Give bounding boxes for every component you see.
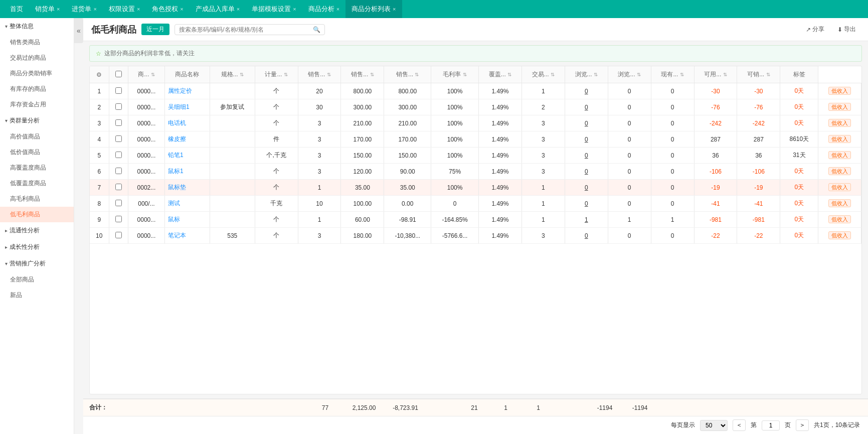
- page-input[interactable]: [762, 420, 780, 430]
- row-checkbox[interactable]: [109, 99, 128, 115]
- sidebar-item-all-products[interactable]: 全部商品: [0, 272, 74, 287]
- select-all-checkbox[interactable]: [115, 71, 122, 77]
- th-stock[interactable]: 现有... ⇅: [651, 66, 694, 83]
- nav-sales[interactable]: 销货单 ×: [29, 0, 66, 18]
- row-name[interactable]: 笔记本: [165, 228, 210, 244]
- row-trade[interactable]: 0: [565, 99, 608, 115]
- row-trade[interactable]: 0: [565, 131, 608, 148]
- row-select-checkbox[interactable]: [115, 103, 122, 110]
- th-unit[interactable]: 计量... ⇅: [255, 66, 298, 83]
- row-select-checkbox[interactable]: [115, 216, 122, 222]
- th-amount[interactable]: 销售... ⇅: [384, 66, 431, 83]
- sidebar-group-cluster[interactable]: ▾ 类群量分析: [0, 112, 74, 129]
- filter-button[interactable]: 近一月: [141, 24, 169, 35]
- row-select-checkbox[interactable]: [115, 135, 122, 142]
- sidebar-item-sales-products[interactable]: 销售类商品: [0, 35, 74, 50]
- row-checkbox[interactable]: [109, 164, 128, 180]
- nav-product-entry[interactable]: 产成品入库单 ×: [190, 0, 246, 18]
- row-trade[interactable]: 0: [565, 83, 608, 99]
- row-select-checkbox[interactable]: [115, 87, 122, 94]
- row-checkbox[interactable]: [109, 83, 128, 99]
- export-button[interactable]: ⬇ 导出: [833, 23, 860, 36]
- th-tag[interactable]: 标签: [780, 66, 818, 83]
- sidebar-item-capital[interactable]: 库存资金占用: [0, 97, 74, 112]
- row-select-checkbox[interactable]: [115, 168, 122, 174]
- prev-page-button[interactable]: ＜: [733, 419, 746, 431]
- sidebar-group-marketing[interactable]: ▾ 营销推广分析: [0, 255, 74, 272]
- th-price[interactable]: 销售... ⇅: [341, 66, 384, 83]
- row-trade[interactable]: 0: [565, 164, 608, 180]
- row-trade[interactable]: 0: [565, 196, 608, 212]
- nav-permissions[interactable]: 权限设置 ×: [103, 0, 146, 18]
- close-icon[interactable]: ×: [180, 6, 183, 12]
- th-trade[interactable]: 交易... ⇅: [522, 66, 565, 83]
- sidebar-item-new-products[interactable]: 新品: [0, 287, 74, 303]
- row-checkbox[interactable]: [109, 131, 128, 148]
- settings-icon[interactable]: ⚙: [96, 71, 102, 78]
- sidebar-item-high-value[interactable]: 高价值商品: [0, 129, 74, 144]
- th-code[interactable]: 商... ⇅: [128, 66, 164, 83]
- sidebar-item-high-gross[interactable]: 高毛利商品: [0, 191, 74, 207]
- row-trade[interactable]: 0: [565, 228, 608, 244]
- sidebar-collapse-btn[interactable]: «: [74, 18, 83, 43]
- sidebar-group-overall[interactable]: ▾ 整体信息: [0, 18, 74, 35]
- sidebar-item-traded-products[interactable]: 交易过的商品: [0, 50, 74, 66]
- row-select-checkbox[interactable]: [115, 200, 122, 206]
- row-checkbox[interactable]: [109, 148, 128, 164]
- row-checkbox[interactable]: [109, 212, 128, 228]
- th-coverage[interactable]: 覆盖... ⇅: [478, 66, 522, 83]
- close-icon[interactable]: ×: [57, 6, 60, 12]
- row-name[interactable]: 鼠标1: [165, 164, 210, 180]
- close-icon[interactable]: ×: [93, 6, 96, 12]
- close-icon[interactable]: ×: [336, 6, 339, 12]
- nav-product-analysis[interactable]: 商品分析 ×: [302, 0, 345, 18]
- row-select-checkbox[interactable]: [115, 232, 122, 238]
- th-settings[interactable]: ⚙: [90, 66, 109, 83]
- th-gross-rate[interactable]: 毛利率 ⇅: [431, 66, 479, 83]
- th-avail[interactable]: 可用... ⇅: [694, 66, 737, 83]
- nav-product-analysis-list[interactable]: 商品分析列表 ×: [345, 0, 402, 18]
- th-name[interactable]: 商品名称: [165, 66, 210, 83]
- share-button[interactable]: ↗ 分享: [802, 23, 828, 36]
- row-name[interactable]: 鼠标垫: [165, 180, 210, 196]
- nav-purchase[interactable]: 进货单 ×: [66, 0, 102, 18]
- th-view2[interactable]: 浏览... ⇅: [608, 66, 651, 83]
- next-page-button[interactable]: ＞: [796, 419, 809, 431]
- row-name[interactable]: 测试: [165, 196, 210, 212]
- nav-role-auth[interactable]: 角色授权 ×: [146, 0, 189, 18]
- row-name[interactable]: 橡皮擦: [165, 131, 210, 148]
- th-spec[interactable]: 规格... ⇅: [210, 66, 255, 83]
- th-view1[interactable]: 浏览... ⇅: [565, 66, 608, 83]
- page-size-select[interactable]: 50 100 200: [700, 420, 728, 431]
- row-checkbox[interactable]: [109, 228, 128, 244]
- row-select-checkbox[interactable]: [115, 184, 122, 190]
- th-qty[interactable]: 销售... ⇅: [298, 66, 341, 83]
- nav-template[interactable]: 单据模板设置 ×: [246, 0, 302, 18]
- row-name[interactable]: 吴细细1: [165, 99, 210, 115]
- row-name[interactable]: 电话机: [165, 115, 210, 131]
- sidebar-item-low-value[interactable]: 低价值商品: [0, 144, 74, 160]
- nav-home[interactable]: 首页: [4, 0, 29, 18]
- sidebar-item-in-stock[interactable]: 有库存的商品: [0, 81, 74, 97]
- row-select-checkbox[interactable]: [115, 119, 122, 126]
- th-days[interactable]: 可销... ⇅: [737, 66, 780, 83]
- row-name[interactable]: 鼠标: [165, 212, 210, 228]
- close-icon[interactable]: ×: [393, 6, 396, 12]
- sidebar-group-flow[interactable]: ▸ 流通性分析: [0, 222, 74, 239]
- row-checkbox[interactable]: [109, 180, 128, 196]
- sidebar-item-low-gross[interactable]: 低毛利商品: [0, 207, 74, 222]
- row-trade[interactable]: 1: [565, 212, 608, 228]
- row-name[interactable]: 铅笔1: [165, 148, 210, 164]
- sidebar-item-category-rate[interactable]: 商品分类助销率: [0, 66, 74, 81]
- search-icon[interactable]: 🔍: [313, 26, 320, 33]
- close-icon[interactable]: ×: [137, 6, 140, 12]
- row-checkbox[interactable]: [109, 115, 128, 131]
- row-trade[interactable]: 0: [565, 148, 608, 164]
- row-name[interactable]: 属性定价: [165, 83, 210, 99]
- close-icon[interactable]: ×: [293, 6, 296, 12]
- row-checkbox[interactable]: [109, 196, 128, 212]
- sidebar-item-low-coverage[interactable]: 低覆盖度商品: [0, 176, 74, 191]
- sidebar-item-high-coverage[interactable]: 高覆盖度商品: [0, 160, 74, 176]
- sidebar-group-growth[interactable]: ▸ 成长性分析: [0, 239, 74, 255]
- search-input[interactable]: [179, 26, 313, 33]
